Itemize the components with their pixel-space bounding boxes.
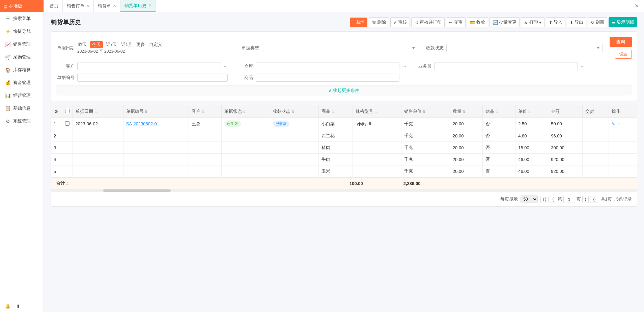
payment-status-select[interactable] <box>446 44 603 52</box>
th-customer[interactable]: 客户⇅ <box>189 105 222 118</box>
close-all-tabs[interactable]: ✕ <box>631 3 642 9</box>
show-details-button[interactable]: ☰ 显示明细 <box>609 17 637 27</box>
shortcut-7days[interactable]: 近7天 <box>105 41 118 48</box>
cell-checkbox[interactable] <box>62 118 73 130</box>
abandon-button[interactable]: ↩ 弃审 <box>446 17 466 27</box>
cell-checkbox[interactable] <box>62 165 73 177</box>
sidebar-item-basic-info[interactable]: 📋 基础信息 <box>0 102 44 115</box>
row-delete-button[interactable]: ⋯ <box>618 122 622 126</box>
th-goods[interactable]: 商品⇅ <box>319 105 353 118</box>
table-header-row: ⚙ 单据日期⇅ 单据编号⇅ 客户⇅ 单据状态⇅ 收款状态⇅ 商品⇅ 规格型号⇅ … <box>51 105 637 118</box>
customer-ellipsis[interactable]: ··· <box>224 63 228 69</box>
notification-icon[interactable]: 🔔 <box>5 304 10 309</box>
tab-sales-order-close[interactable]: ✕ <box>86 4 89 8</box>
sidebar-item-purchase[interactable]: 🛒 采购管理 <box>0 51 44 63</box>
th-checkbox[interactable] <box>62 105 73 118</box>
sales-icon: 📈 <box>5 42 10 47</box>
tab-sales-goods-close[interactable]: ✕ <box>113 4 116 8</box>
collapse-button[interactable]: ∧ 收起更多条件 <box>56 85 632 96</box>
prev-page-button[interactable]: ⟨ <box>550 196 556 203</box>
th-spec[interactable]: 规格型号⇅ <box>353 105 401 118</box>
batch-change-button[interactable]: 🔄 批量变更 <box>489 17 520 27</box>
salesperson-ellipsis[interactable]: ··· <box>581 63 585 69</box>
sidebar-item-quick-nav[interactable]: ⚡ 快捷导航 <box>0 25 44 38</box>
sidebar-item-search-menu[interactable]: ☰ 搜索菜单 <box>0 12 44 25</box>
cell-docno[interactable]: SA-20230602-0 <box>123 118 189 130</box>
salesperson-input[interactable] <box>434 62 578 70</box>
customer-input[interactable] <box>77 62 221 70</box>
tab-sales-history-close[interactable]: ✕ <box>148 3 151 8</box>
cell-docno[interactable] <box>123 142 189 154</box>
sidebar-item-finance[interactable]: 💰 资金管理 <box>0 76 44 89</box>
tab-sales-history[interactable]: 销货单历史 ✕ <box>120 0 156 12</box>
th-doc-status[interactable]: 单据状态⇅ <box>222 105 270 118</box>
new-button[interactable]: + 新增 <box>350 18 367 27</box>
th-sales-unit[interactable]: 销售单位⇅ <box>401 105 450 118</box>
next-page-button[interactable]: ⟩ <box>582 196 589 203</box>
sidebar-item-inventory[interactable]: 🏠 库存核算 <box>0 63 44 76</box>
export-button[interactable]: ⬇ 导出 <box>567 17 586 27</box>
cell-date <box>73 154 123 165</box>
cell-checkbox[interactable] <box>62 130 73 142</box>
goods-input[interactable] <box>256 74 399 82</box>
cell-docno[interactable] <box>123 154 189 165</box>
th-date[interactable]: 单据日期⇅ <box>73 105 123 118</box>
doc-no-input[interactable] <box>77 74 228 82</box>
sidebar-brand-icon: ▤ <box>3 4 7 9</box>
doc-type-select[interactable] <box>262 44 418 52</box>
audit-print-label: 审核并打印 <box>420 19 442 25</box>
cell-checkbox[interactable] <box>62 142 73 154</box>
doc-no-link[interactable]: SA-20230602-0 <box>126 121 157 126</box>
cell-qty: 20.00 <box>450 130 482 142</box>
sidebar-item-operations[interactable]: 📊 经营管理 <box>0 89 44 102</box>
sidebar-item-system[interactable]: ⚙ 系统管理 <box>0 115 44 128</box>
th-payment-status[interactable]: 收款状态⇅ <box>270 105 319 118</box>
table-row: 2西兰花千克20.00否4.8096.00 <box>51 130 637 142</box>
cell-docno[interactable] <box>123 165 189 177</box>
th-qty[interactable]: 数量⇅ <box>450 105 482 118</box>
scrollbar-thumb[interactable] <box>103 189 171 192</box>
refresh-button[interactable]: ↻ 刷新 <box>588 17 607 27</box>
delete-button[interactable]: 🗑 删除 <box>369 17 389 27</box>
th-doc-no[interactable]: 单据编号⇅ <box>123 105 189 118</box>
page-size-select[interactable]: 20 50 100 <box>521 196 538 203</box>
goods-ellipsis[interactable]: ··· <box>402 75 406 80</box>
select-all-checkbox[interactable] <box>65 109 69 113</box>
cell-docno[interactable] <box>123 130 189 142</box>
tab-sales-order[interactable]: 销售订单 ✕ <box>63 0 94 12</box>
date-shortcuts: 昨天 今天 近7天 近1月 更多 自定义 <box>77 41 163 48</box>
warehouse-ellipsis[interactable]: ··· <box>402 63 406 69</box>
horizontal-scrollbar[interactable] <box>51 189 637 192</box>
tab-home[interactable]: 首页 <box>46 0 63 12</box>
last-page-button[interactable]: ⟩⟩ <box>590 196 598 203</box>
sidebar-item-sales[interactable]: 📈 销售管理 <box>0 38 44 51</box>
cell-actions: ✎⋯ <box>609 118 637 130</box>
query-button[interactable]: 查询 <box>610 37 632 47</box>
page-number-input[interactable] <box>563 196 575 203</box>
shortcut-more[interactable]: 更多 <box>135 41 146 48</box>
import-button[interactable]: ⬆ 导入 <box>546 17 565 27</box>
customer-label: 客户 <box>56 63 75 69</box>
th-gift[interactable]: 赠品⇅ <box>483 105 515 118</box>
audit-print-button[interactable]: 🖨 审核并打印 <box>411 17 445 27</box>
shortcut-1month[interactable]: 近1月 <box>120 41 133 48</box>
pause-icon[interactable]: ⏸ <box>16 304 20 309</box>
shortcut-custom[interactable]: 自定义 <box>148 41 163 48</box>
th-settings[interactable]: ⚙ <box>51 105 62 118</box>
cell-customer <box>189 142 222 154</box>
first-page-button[interactable]: ⟨⟨ <box>540 196 549 203</box>
shortcut-yesterday[interactable]: 昨天 <box>77 41 88 48</box>
row-checkbox[interactable] <box>65 121 69 126</box>
audit-button[interactable]: ✔ 审核 <box>390 17 410 27</box>
warehouse-input[interactable] <box>256 62 399 70</box>
tab-sales-goods[interactable]: 销货单 ✕ <box>94 0 120 12</box>
collect-button[interactable]: 💳 收款 <box>467 17 488 27</box>
cell-customer <box>189 154 222 165</box>
cell-checkbox[interactable] <box>62 154 73 165</box>
shortcut-today[interactable]: 今天 <box>90 41 103 48</box>
cell-payment-status <box>270 142 319 154</box>
edit-button[interactable]: ✎ <box>612 122 615 126</box>
set-button[interactable]: 设置 <box>615 50 632 59</box>
th-unit-price[interactable]: 单价⇅ <box>515 105 548 118</box>
print-button[interactable]: 🖨 打印 ▾ <box>521 17 544 27</box>
